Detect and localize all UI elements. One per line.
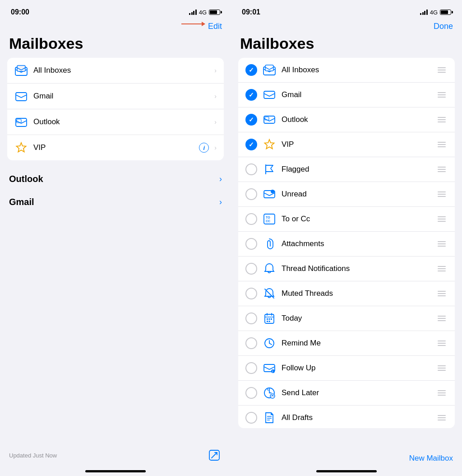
drag-handle-outlook[interactable]: [436, 115, 448, 124]
all-inboxes-icon: [14, 64, 28, 77]
edit-muted-threads-icon: [263, 287, 276, 300]
checkbox-remind-me[interactable]: [245, 337, 257, 349]
edit-item-today[interactable]: Today: [238, 306, 455, 331]
checkbox-follow-up[interactable]: [245, 362, 257, 374]
vip-chevron: ›: [214, 144, 217, 151]
edit-flagged-icon: [263, 163, 276, 176]
edit-item-remind-me[interactable]: Remind Me: [238, 331, 455, 356]
edit-send-later-icon: [263, 386, 276, 400]
edit-flagged-label: Flagged: [282, 165, 430, 174]
right-signal-icon: [420, 9, 428, 15]
gmail-label: Gmail: [33, 92, 209, 101]
edit-outlook-label: Outlook: [282, 115, 430, 124]
checkbox-flagged[interactable]: [245, 163, 257, 175]
svg-rect-24: [267, 321, 268, 322]
outlook-label: Outlook: [33, 117, 209, 126]
checkbox-muted-threads[interactable]: [245, 288, 257, 299]
svg-rect-8: [264, 91, 275, 98]
updated-text: Updated Just Now: [9, 452, 57, 459]
edit-item-flagged[interactable]: Flagged: [238, 157, 455, 182]
svg-point-12: [271, 190, 274, 193]
right-status-bar: 09:01 4G: [231, 0, 462, 20]
checkbox-attachments[interactable]: [245, 238, 257, 250]
list-item-gmail[interactable]: Gmail ›: [7, 84, 224, 109]
all-inboxes-chevron: ›: [214, 67, 217, 74]
edit-item-unread[interactable]: Unread: [238, 182, 455, 207]
edit-item-to-cc[interactable]: TO CC To or Cc: [238, 207, 455, 232]
compose-button[interactable]: [207, 448, 222, 463]
edit-list: All Inboxes Gmail: [238, 58, 455, 428]
drag-handle-remind-me[interactable]: [436, 339, 448, 348]
drag-handle-attachments[interactable]: [436, 239, 448, 248]
left-panel: 09:00 4G Edit Mailboxes: [0, 0, 231, 476]
drag-handle-send-later[interactable]: [436, 388, 448, 397]
edit-item-all-inboxes[interactable]: All Inboxes: [238, 58, 455, 83]
outlook-section[interactable]: Outlook ›: [0, 168, 231, 191]
checkbox-today[interactable]: [245, 313, 257, 324]
edit-attachments-icon: [263, 237, 276, 251]
outlook-section-chevron: ›: [219, 174, 222, 184]
edit-gmail-label: Gmail: [282, 90, 430, 99]
edit-item-follow-up[interactable]: ! Follow Up: [238, 356, 455, 381]
signal-icon: [189, 9, 197, 15]
right-battery-icon: [440, 9, 451, 15]
drag-handle-vip[interactable]: [436, 140, 448, 149]
left-header: Edit: [0, 20, 231, 35]
edit-item-vip[interactable]: VIP: [238, 132, 455, 157]
drag-handle-muted-threads[interactable]: [436, 289, 448, 298]
svg-rect-25: [269, 321, 270, 322]
outlook-section-label: Outlook: [9, 174, 219, 184]
drag-handle-to-cc[interactable]: [436, 215, 448, 224]
drag-handle-unread[interactable]: [436, 190, 448, 199]
checkbox-all-drafts[interactable]: [245, 412, 257, 424]
edit-all-inboxes-label: All Inboxes: [282, 65, 430, 75]
checkbox-unread[interactable]: [245, 188, 257, 200]
edit-unread-icon: [263, 187, 276, 201]
checkbox-all-inboxes[interactable]: [245, 64, 257, 76]
edit-all-inboxes-icon: [263, 63, 276, 77]
edit-item-attachments[interactable]: Attachments: [238, 232, 455, 257]
drag-handle-all-drafts[interactable]: [436, 413, 448, 422]
edit-item-all-drafts[interactable]: All Drafts: [238, 406, 455, 428]
drag-handle-all-inboxes[interactable]: [436, 65, 448, 75]
right-panel: 09:01 4G Done Mailboxes: [231, 0, 462, 476]
edit-thread-notifications-icon: [263, 262, 276, 275]
drag-handle-flagged[interactable]: [436, 165, 448, 174]
right-page-title: Mailboxes: [231, 35, 462, 58]
edit-unread-label: Unread: [282, 190, 430, 199]
new-mailbox-button[interactable]: New Mailbox: [409, 454, 453, 463]
checkbox-thread-notifications[interactable]: [245, 263, 257, 275]
edit-muted-threads-label: Muted Threads: [282, 289, 430, 298]
edit-item-gmail[interactable]: Gmail: [238, 83, 455, 107]
checkbox-to-cc[interactable]: [245, 213, 257, 225]
checkbox-vip[interactable]: [245, 139, 257, 150]
drag-handle-follow-up[interactable]: [436, 364, 448, 373]
right-home-indicator: [316, 470, 377, 472]
done-button[interactable]: Done: [434, 22, 453, 31]
outlook-chevron: ›: [214, 118, 217, 126]
edit-attachments-label: Attachments: [282, 239, 430, 248]
left-status-icons: 4G: [189, 9, 220, 16]
edit-item-thread-notifications[interactable]: Thread Notifications: [238, 257, 455, 281]
left-page-title: Mailboxes: [0, 35, 231, 58]
checkbox-outlook[interactable]: [245, 114, 257, 126]
checkbox-gmail[interactable]: [245, 89, 257, 101]
checkbox-send-later[interactable]: [245, 387, 257, 399]
drag-handle-gmail[interactable]: [436, 90, 448, 99]
gmail-section[interactable]: Gmail ›: [0, 191, 231, 214]
edit-button[interactable]: Edit: [208, 22, 222, 31]
vip-icon: [14, 141, 28, 154]
edit-vip-icon: [263, 138, 276, 151]
drag-handle-today[interactable]: [436, 314, 448, 323]
list-item-outlook[interactable]: Outlook ›: [7, 109, 224, 135]
battery-icon: [209, 9, 220, 15]
list-item-vip[interactable]: VIP i ›: [7, 135, 224, 160]
edit-item-outlook[interactable]: Outlook: [238, 107, 455, 132]
edit-send-later-label: Send Later: [282, 388, 430, 397]
vip-info-button[interactable]: i: [199, 143, 209, 153]
list-item-all-inboxes[interactable]: All Inboxes ›: [7, 58, 224, 84]
edit-today-icon: [263, 312, 276, 325]
edit-item-muted-threads[interactable]: Muted Threads: [238, 281, 455, 306]
drag-handle-thread-notifications[interactable]: [436, 264, 448, 273]
edit-item-send-later[interactable]: Send Later: [238, 381, 455, 406]
